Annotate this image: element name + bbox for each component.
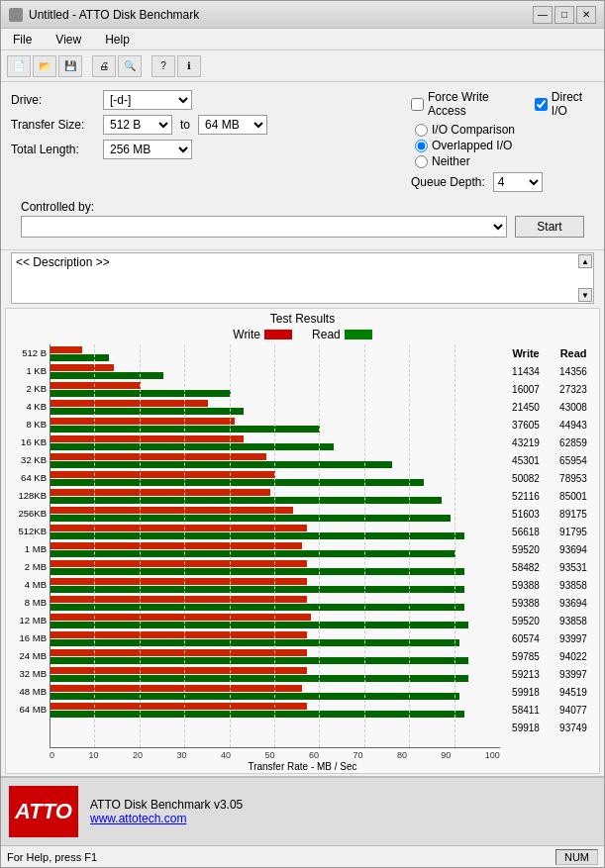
chart-label: 64 KB <box>8 469 50 487</box>
write-value: 50082 <box>512 473 540 484</box>
title-left: Untitled - ATTO Disk Benchmark <box>9 8 199 22</box>
bar-row <box>50 434 500 451</box>
description-text: << Description >> <box>16 255 110 269</box>
queue-depth-select[interactable]: 4 <box>493 172 543 192</box>
write-bar <box>50 667 307 674</box>
start-button[interactable]: Start <box>515 216 584 238</box>
help-btn[interactable]: ? <box>151 55 175 77</box>
transfer-size-to-select[interactable]: 64 MB <box>198 115 267 135</box>
write-value: 43219 <box>512 437 540 448</box>
controlled-by-select[interactable] <box>21 216 507 238</box>
read-value: 93531 <box>559 562 587 573</box>
read-value: 93858 <box>559 616 587 627</box>
transfer-size-row: Transfer Size: 512 B to 64 MB <box>11 115 391 135</box>
write-value: 51603 <box>512 509 540 520</box>
x-axis-title: Transfer Rate - MB / Sec <box>6 760 599 773</box>
write-value: 21450 <box>512 402 540 413</box>
write-value: 58482 <box>512 562 540 573</box>
drive-label: Drive: <box>11 93 95 107</box>
maximize-button[interactable]: □ <box>555 6 574 24</box>
write-bar <box>50 364 114 371</box>
value-header: Write Read <box>500 344 599 362</box>
read-bar <box>50 461 392 468</box>
value-row: 5952093694 <box>500 540 599 558</box>
chart-label: 16 MB <box>8 629 50 647</box>
info-button[interactable]: ℹ <box>177 55 201 77</box>
neither-radio[interactable] <box>415 155 428 168</box>
print-button[interactable]: 🖨 <box>92 55 116 77</box>
chart-bars-container <box>50 344 500 748</box>
bar-row <box>50 398 500 416</box>
value-row: 5661891795 <box>500 523 599 540</box>
read-bar <box>50 497 442 504</box>
chart-label: 2 MB <box>8 558 50 576</box>
read-header: Read <box>560 347 587 359</box>
chart-label: 48 MB <box>8 683 50 701</box>
io-comparison-row: I/O Comparison <box>415 123 594 137</box>
new-button[interactable]: 📄 <box>7 55 31 77</box>
menu-file[interactable]: File <box>9 32 36 48</box>
open-button[interactable]: 📂 <box>33 55 56 77</box>
save-button[interactable]: 💾 <box>58 55 82 77</box>
website-link[interactable]: www.attotech.com <box>90 812 243 825</box>
search-button[interactable]: 🔍 <box>118 55 142 77</box>
description-area: << Description >> ▲ ▼ <box>11 252 594 304</box>
force-write-group: Force Write Access <box>411 90 517 118</box>
window-title: Untitled - ATTO Disk Benchmark <box>29 8 199 22</box>
menu-help[interactable]: Help <box>101 32 134 48</box>
value-row: 5938893858 <box>500 576 599 594</box>
close-button[interactable]: ✕ <box>576 6 596 24</box>
write-bar <box>50 418 235 425</box>
drive-row: Drive: [-d-] <box>11 90 391 110</box>
drive-select[interactable]: [-d-] <box>103 90 192 110</box>
write-bar <box>50 578 307 585</box>
value-row: 2145043008 <box>500 398 599 416</box>
minimize-button[interactable]: — <box>533 6 553 24</box>
write-value: 59918 <box>512 723 540 733</box>
read-bar <box>50 675 468 682</box>
radio-options: I/O Comparison Overlapped I/O Neither <box>415 123 594 168</box>
io-comparison-radio[interactable] <box>415 124 428 137</box>
read-legend: Read <box>312 328 372 341</box>
write-bar <box>50 471 275 478</box>
value-row: 4321962859 <box>500 434 599 451</box>
app-icon <box>9 8 23 22</box>
scroll-up-button[interactable]: ▲ <box>578 254 592 268</box>
footer: ATTO ATTO Disk Benchmark v3.05 www.attot… <box>1 776 604 845</box>
controlled-by-section: Controlled by: Start <box>11 196 594 241</box>
write-bar <box>50 542 302 549</box>
chart-label: 64 MB <box>8 701 50 719</box>
chart-label: 256KB <box>8 505 50 523</box>
overlapped-io-radio[interactable] <box>415 140 428 152</box>
write-bar <box>50 507 293 514</box>
read-bar <box>50 390 231 397</box>
write-bar <box>50 631 307 638</box>
chart-label: 512KB <box>8 523 50 540</box>
write-value: 52116 <box>512 491 540 502</box>
read-value: 93997 <box>559 669 587 680</box>
total-length-select[interactable]: 256 MB <box>103 140 192 159</box>
title-buttons: — □ ✕ <box>533 6 596 24</box>
force-write-label: Force Write Access <box>428 90 517 118</box>
bar-row <box>50 612 500 629</box>
direct-io-checkbox[interactable] <box>535 98 548 111</box>
read-value: 65954 <box>559 455 587 466</box>
chart-row-labels: 512 B1 KB2 KB4 KB8 KB16 KB32 KB64 KB128K… <box>6 344 50 748</box>
x-axis-labels: 0 10 20 30 40 50 60 70 80 90 100 <box>6 750 599 760</box>
chart-body: 512 B1 KB2 KB4 KB8 KB16 KB32 KB64 KB128K… <box>6 342 599 750</box>
read-bar <box>50 657 468 664</box>
value-row: 6057493997 <box>500 629 599 647</box>
read-bar <box>50 372 163 379</box>
force-write-checkbox[interactable] <box>411 98 424 111</box>
value-row: 4530165954 <box>500 451 599 469</box>
menu-view[interactable]: View <box>51 32 85 48</box>
bar-row <box>50 469 500 487</box>
controls-area: Drive: [-d-] Transfer Size: 512 B to 64 … <box>1 82 604 250</box>
write-legend-label: Write <box>233 328 260 341</box>
write-bar <box>50 453 266 460</box>
scroll-down-button[interactable]: ▼ <box>578 288 592 302</box>
bar-row <box>50 505 500 523</box>
value-row: 1143414356 <box>500 362 599 380</box>
transfer-size-from-select[interactable]: 512 B <box>103 115 172 135</box>
chart-label: 1 KB <box>8 362 50 380</box>
